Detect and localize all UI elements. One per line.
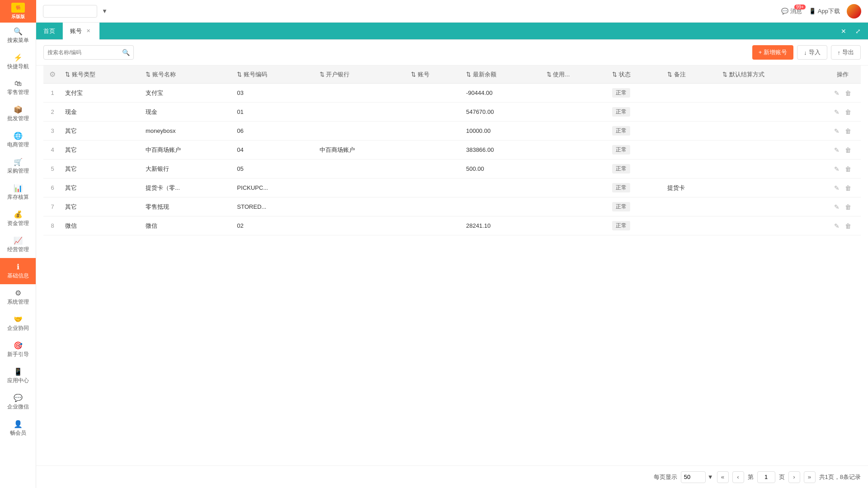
row-code: 01 [233, 103, 316, 122]
sidebar-item-app-center[interactable]: 📱应用中心 [0, 363, 36, 389]
export-btn[interactable]: ↑ 导出 [831, 45, 861, 60]
row-code: 06 [233, 122, 316, 141]
first-page-btn[interactable]: « [717, 471, 729, 483]
row-type: 其它 [61, 141, 142, 160]
col-settle-label: ⇅ 默认结算方式 [722, 71, 764, 78]
delete-btn[interactable]: 🗑 [843, 108, 853, 117]
last-page-btn[interactable]: » [804, 471, 816, 483]
delete-btn[interactable]: 🗑 [843, 221, 853, 230]
delete-btn[interactable]: 🗑 [843, 202, 853, 211]
row-actions: ✎ 🗑 [825, 122, 861, 141]
row-balance: -90444.00 [462, 84, 543, 103]
topbar-left: ▼ [43, 5, 108, 18]
row-index: 5 [43, 160, 61, 178]
tab-icons: ✕ ⤢ [838, 26, 868, 37]
edit-btn[interactable]: ✎ [832, 145, 841, 155]
row-code: 05 [233, 160, 316, 178]
edit-btn[interactable]: ✎ [832, 127, 841, 136]
page-size-input[interactable] [681, 471, 706, 483]
row-actions: ✎ 🗑 [825, 160, 861, 178]
row-usage [543, 197, 609, 216]
row-account [407, 216, 462, 235]
table-row: 8 微信 微信 02 28241.10 正常 ✎ 🗑 [43, 216, 861, 235]
sidebar-item-purchase[interactable]: 🛒采购管理 [0, 153, 36, 179]
row-settle [719, 160, 825, 178]
row-bank: 中百商场账户 [316, 141, 407, 160]
edit-btn[interactable]: ✎ [832, 183, 841, 192]
table-row: 1 支付宝 支付宝 03 -90444.00 正常 ✎ 🗑 [43, 84, 861, 103]
add-account-btn[interactable]: + 新增账号 [752, 45, 793, 60]
table-row: 6 其它 提货卡（零... PICKUPC... 正常 提货卡 ✎ 🗑 [43, 178, 861, 197]
sidebar-icon-purchase: 🛒 [2, 158, 33, 166]
sidebar-item-basic-info[interactable]: ℹ基础信息 [0, 258, 36, 284]
prev-page-btn[interactable]: ‹ [732, 471, 744, 483]
topbar-dropdown[interactable]: ▼ [102, 8, 108, 14]
next-page-btn[interactable]: › [788, 471, 800, 483]
row-settle [719, 103, 825, 122]
tab-close-btn[interactable]: ✕ [85, 28, 92, 35]
sidebar-item-retail[interactable]: 🛍零售管理 [0, 75, 36, 101]
sidebar-item-member[interactable]: 👤畅会员 [0, 415, 36, 441]
message-btn[interactable]: 💬 消息 99+ [781, 7, 802, 15]
search-icon: 🔍 [122, 49, 130, 56]
tab-account-label: 账号 [70, 27, 82, 35]
sidebar-item-enterprise-agreement[interactable]: 🤝企业协同 [0, 310, 36, 337]
import-label: 导入 [809, 48, 821, 56]
page-label: 第 [748, 473, 754, 481]
current-page-input[interactable] [757, 471, 775, 483]
col-name-label: ⇅ 账号名称 [146, 71, 176, 78]
col-status-label: ⇅ 状态 [612, 71, 631, 78]
row-actions: ✎ 🗑 [825, 216, 861, 235]
sidebar-item-ecommerce[interactable]: 🌐电商管理 [0, 127, 36, 153]
sidebar-item-capital[interactable]: 💰资金管理 [0, 206, 36, 232]
import-btn[interactable]: ↓ 导入 [797, 45, 827, 60]
sidebar-icon-operations: 📈 [2, 236, 33, 245]
edit-btn[interactable]: ✎ [832, 89, 841, 98]
sidebar-item-operations[interactable]: 📈经营管理 [0, 232, 36, 258]
delete-btn[interactable]: 🗑 [843, 89, 853, 98]
sidebar-item-system[interactable]: ⚙系统管理 [0, 284, 36, 310]
sidebar-item-search[interactable]: 🔍搜索菜单 [0, 23, 36, 49]
sidebar-item-enterprise-wechat[interactable]: 💬企业微信 [0, 389, 36, 415]
edit-btn[interactable]: ✎ [832, 221, 841, 230]
sidebar-item-quick-nav[interactable]: ⚡快捷导航 [0, 49, 36, 75]
delete-btn[interactable]: 🗑 [843, 127, 853, 136]
row-balance: 10000.00 [462, 122, 543, 141]
delete-btn[interactable]: 🗑 [843, 145, 853, 155]
row-balance [462, 178, 543, 197]
topbar: ▼ 💬 消息 99+ 📱 App下载 [36, 0, 868, 23]
row-remark: 提货卡 [664, 178, 719, 197]
main-area: ▼ 💬 消息 99+ 📱 App下载 首页 账号 ✕ [36, 0, 868, 488]
sidebar-label-inventory: 库存核算 [7, 194, 29, 200]
search-box: 🔍 [43, 45, 134, 60]
tab-home[interactable]: 首页 [36, 23, 63, 40]
tab-expand-icon[interactable]: ⤢ [853, 26, 863, 37]
search-input[interactable] [47, 49, 122, 56]
page-size-select: ▼ [681, 471, 713, 483]
topbar-search-input[interactable] [43, 5, 97, 18]
edit-btn[interactable]: ✎ [832, 108, 841, 117]
toolbar-left: 🔍 [43, 45, 134, 60]
column-settings-icon[interactable]: ⚙ [49, 70, 56, 78]
delete-btn[interactable]: 🗑 [843, 164, 853, 174]
sidebar-item-wholesale[interactable]: 📦批发管理 [0, 101, 36, 127]
row-account [407, 160, 462, 178]
tab-close-icon[interactable]: ✕ [838, 26, 849, 37]
row-name: moneybosx [142, 122, 233, 141]
row-actions: ✎ 🗑 [825, 84, 861, 103]
user-avatar[interactable] [847, 4, 861, 19]
row-account [407, 197, 462, 216]
page-size-dropdown-icon[interactable]: ▼ [708, 474, 713, 480]
sidebar-item-beginner-guide[interactable]: 🎯新手引导 [0, 337, 36, 363]
app-download-btn[interactable]: 📱 App下载 [809, 7, 840, 15]
col-usage-label: ⇅ 使用... [547, 71, 570, 78]
delete-btn[interactable]: 🗑 [843, 183, 853, 192]
sidebar-label-ecommerce: 电商管理 [7, 141, 29, 148]
sidebar-item-inventory[interactable]: 📊库存核算 [0, 179, 36, 206]
edit-btn[interactable]: ✎ [832, 202, 841, 211]
row-status: 正常 [609, 216, 664, 235]
tab-account[interactable]: 账号 ✕ [63, 23, 99, 40]
row-name: 中百商场账户 [142, 141, 233, 160]
edit-btn[interactable]: ✎ [832, 164, 841, 174]
row-index: 7 [43, 197, 61, 216]
